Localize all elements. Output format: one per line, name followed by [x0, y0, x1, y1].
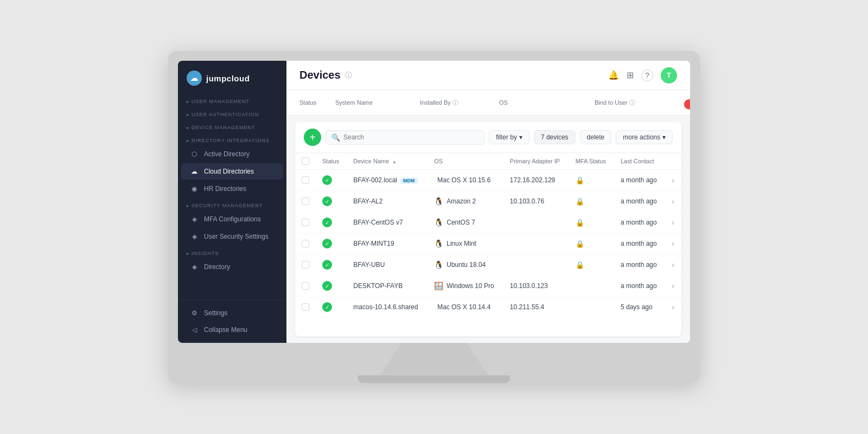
- ip-cell-macos-shared: 10.211.55.4: [503, 297, 569, 318]
- os-icon-bfay-ubu: 🐧: [434, 260, 443, 269]
- device-name-bfay-ubu: BFAY-UBU: [347, 254, 427, 276]
- last-contact-cell-desktop-fayb: a month ago: [614, 276, 665, 297]
- os-cell-bfay-centos: 🐧 CentOS 7: [427, 212, 503, 233]
- mdm-badge: MDM: [400, 177, 418, 184]
- sidebar-item-hr-directories[interactable]: ◉ HR Directories: [181, 181, 283, 197]
- mfa-cell-bfay-al2: 🔒: [569, 191, 614, 212]
- row-checkbox-bfay-ubu[interactable]: [302, 261, 309, 269]
- logo-icon: ☁: [187, 71, 202, 86]
- section-directory-integrations: DIRECTORY INTEGRATIONS: [178, 132, 286, 145]
- row-chevron-desktop-fayb[interactable]: ›: [672, 282, 674, 290]
- row-checkbox-bfay-002[interactable]: [302, 176, 309, 184]
- directory-icon: ◈: [190, 263, 199, 271]
- table-row[interactable]: ✓ BFAY-CentOS v7 🐧 CentOS 7 🔒 a month ag…: [295, 212, 681, 233]
- more-actions-chevron-icon: ▾: [662, 133, 666, 141]
- section-security-management: SECURITY MANAGEMENT: [178, 197, 286, 210]
- help-icon[interactable]: ?: [641, 69, 653, 81]
- os-icon-bfay-mint19: 🐧: [434, 239, 443, 248]
- more-actions-button[interactable]: more actions ▾: [616, 130, 673, 144]
- last-contact-cell-bfay-al2: a month ago: [614, 191, 665, 212]
- col-header-ip: Primary Adapter IP: [503, 153, 569, 170]
- col-header-os: OS: [427, 153, 503, 170]
- delete-button[interactable]: delete: [580, 130, 612, 144]
- mfa-cell-bfay-mint19: 🔒: [569, 233, 614, 254]
- bind-to-user-info-icon: ⓘ: [629, 99, 635, 107]
- col-header-device-name[interactable]: Device Name ▲: [347, 153, 427, 170]
- table-row[interactable]: ✓ BFAY-UBU 🐧 Ubuntu 18.04 🔒 a month ago …: [295, 254, 681, 276]
- mfa-cell-macos-shared: [569, 297, 614, 318]
- mfa-cell-bfay-ubu: 🔒: [569, 254, 614, 276]
- row-chevron-bfay-mint19[interactable]: ›: [672, 239, 674, 248]
- mfa-cell-desktop-fayb: [569, 276, 614, 297]
- section-device-management: DEVICE MANAGEMENT: [178, 119, 286, 132]
- sidebar-item-settings[interactable]: ⚙ Settings: [181, 305, 283, 321]
- sidebar-item-user-security-settings[interactable]: ◈ User Security Settings: [181, 228, 283, 245]
- add-device-button[interactable]: +: [304, 129, 321, 146]
- device-name-bfay-al2: BFAY-AL2: [347, 191, 427, 212]
- sidebar-item-mfa-configurations[interactable]: ◈ MFA Configurations: [181, 211, 283, 227]
- ip-cell-bfay-al2: 10.103.0.76: [503, 191, 569, 212]
- device-table-area: + 🔍 filter by ▾ 7 devices delete more a: [295, 122, 681, 336]
- row-chevron-macos-shared[interactable]: ›: [672, 303, 674, 311]
- row-chevron-bfay-centos[interactable]: ›: [672, 218, 674, 227]
- table-row[interactable]: ✓ BFAY-AL2 🐧 Amazon 2 10.103.0.76 🔒 a mo…: [295, 191, 681, 212]
- ip-cell-bfay-mint19: [503, 233, 569, 254]
- toolbar: + 🔍 filter by ▾ 7 devices delete more a: [295, 122, 681, 153]
- status-check-desktop-fayb: ✓: [322, 281, 332, 291]
- search-input[interactable]: [343, 133, 478, 141]
- table-row[interactable]: ✓ BFAY-002.localMDM Mac OS X 10.15.6 172…: [295, 170, 681, 191]
- mfa-lock-icon: 🔒: [576, 261, 584, 269]
- device-name-bfay-mint19: BFAY-MINT19: [347, 233, 427, 254]
- main-content: Devices ⓘ 🔔 ⊞ ? T Status System Name: [286, 61, 690, 343]
- row-chevron-bfay-002[interactable]: ›: [672, 176, 674, 184]
- os-cell-desktop-fayb: 🪟 Windows 10 Pro: [427, 276, 503, 297]
- mfa-cell-bfay-centos: 🔒: [569, 212, 614, 233]
- device-name-bfay-centos: BFAY-CentOS v7: [347, 212, 427, 233]
- sidebar-item-active-directory[interactable]: ⬡ Active Directory: [181, 146, 283, 162]
- row-checkbox-macos-shared[interactable]: [302, 303, 309, 311]
- select-all-checkbox[interactable]: [302, 157, 309, 165]
- mfa-lock-icon: 🔒: [576, 240, 584, 248]
- top-bar: Devices ⓘ 🔔 ⊞ ? T: [286, 61, 690, 90]
- mfa-lock-icon: 🔒: [576, 197, 584, 206]
- row-checkbox-bfay-mint19[interactable]: [302, 240, 309, 247]
- table-row[interactable]: ✓ macos-10.14.6.shared Mac OS X 10.14.4 …: [295, 297, 681, 318]
- status-check-macos-shared: ✓: [322, 302, 332, 312]
- section-user-management: USER MANAGEMENT: [178, 93, 286, 106]
- sidebar-item-collapse-menu[interactable]: ◁ Collapse Menu: [181, 322, 283, 338]
- col-bind-to-user: Bind to User ⓘ: [595, 99, 660, 107]
- table-row[interactable]: ✓ BFAY-MINT19 🐧 Linux Mint 🔒 a month ago…: [295, 233, 681, 254]
- ip-cell-desktop-fayb: 10.103.0.123: [503, 276, 569, 297]
- search-box[interactable]: 🔍: [326, 130, 484, 145]
- page-title: Devices: [299, 69, 341, 81]
- installed-by-info-icon: ⓘ: [452, 99, 458, 107]
- col-installed-by: Installed By ⓘ: [420, 99, 496, 107]
- section-user-authentication: USER AUTHENTICATION: [178, 106, 286, 119]
- row-chevron-bfay-ubu[interactable]: ›: [672, 260, 674, 269]
- col-header-last-contact: Last Contact: [614, 153, 665, 170]
- sidebar-item-cloud-directories[interactable]: ☁ Cloud Directories: [181, 163, 283, 180]
- os-cell-bfay-ubu: 🐧 Ubuntu 18.04: [427, 254, 503, 276]
- filter-button[interactable]: filter by ▾: [489, 130, 529, 144]
- page-title-area: Devices ⓘ: [299, 69, 352, 81]
- table-row[interactable]: ✓ DESKTOP-FAYB 🪟 Windows 10 Pro 10.103.0…: [295, 276, 681, 297]
- mfa-icon: ◈: [190, 215, 199, 224]
- col-system-name: System Name: [335, 99, 417, 106]
- sort-icon: ▲: [392, 159, 397, 164]
- notification-icon[interactable]: 🔔: [608, 70, 619, 80]
- row-checkbox-desktop-fayb[interactable]: [302, 282, 309, 290]
- last-contact-cell-bfay-centos: a month ago: [614, 212, 665, 233]
- collapse-icon: ◁: [190, 326, 199, 334]
- status-check-bfay-al2: ✓: [322, 196, 332, 206]
- row-checkbox-bfay-centos[interactable]: [302, 219, 309, 226]
- row-chevron-bfay-al2[interactable]: ›: [672, 197, 674, 206]
- avatar[interactable]: T: [661, 67, 677, 84]
- info-icon[interactable]: ⓘ: [345, 71, 352, 80]
- os-icon-bfay-al2: 🐧: [434, 197, 443, 206]
- sidebar-logo: ☁ jumpcloud: [178, 61, 286, 93]
- layout-icon[interactable]: ⊞: [627, 70, 634, 80]
- sidebar-item-directory[interactable]: ◈ Directory: [181, 259, 283, 275]
- mfa-lock-icon: 🔒: [576, 176, 584, 184]
- row-checkbox-bfay-al2[interactable]: [302, 197, 309, 205]
- section-insights: INSIGHTS: [178, 245, 286, 258]
